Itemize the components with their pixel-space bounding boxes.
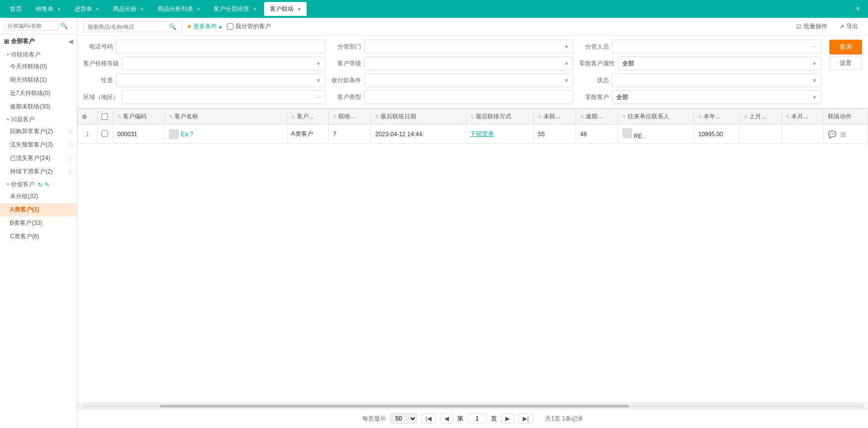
select-all-checkbox[interactable] [102, 113, 108, 120]
sidebar-search-area: 🔍 [0, 18, 77, 34]
sort-icon-2[interactable]: ⇅ [169, 114, 173, 119]
nav-home[interactable]: 首页 [4, 2, 28, 16]
nav-tab-sales[interactable]: 销售单 × [30, 2, 66, 16]
sort-icon-7[interactable]: ⇅ [538, 114, 542, 119]
customer-name[interactable]: Ea ? [181, 131, 193, 138]
close-all-button[interactable]: × [852, 2, 864, 15]
group-problem-label[interactable]: ▼ 问题客户 [0, 113, 77, 125]
prev-page-btn[interactable]: ◀ [440, 414, 453, 424]
group-value-label[interactable]: ▼ 价值客户 ↻ ✎ [0, 178, 77, 190]
sidebar-item-tomorrow[interactable]: 明天待联络(1) [0, 73, 77, 87]
filter-retail-attr: 零散客户属性 全部 ▼ [579, 56, 821, 70]
last-contact-method[interactable]: 下销货单 [470, 130, 494, 137]
filter-row-1: 电话号码 分管部门 ▼ 分管人员 [83, 40, 821, 54]
sort-icon-6[interactable]: ⇅ [470, 114, 474, 119]
query-button[interactable]: 查询 [829, 40, 862, 54]
next-page-btn[interactable]: ▶ [501, 414, 514, 424]
sort-icon-12[interactable]: ⇅ [786, 114, 790, 119]
sidebar-search-icon[interactable]: 🔍 [60, 22, 68, 29]
nav-tab-purchase[interactable]: 进货单 × [68, 2, 105, 16]
uncontacted-days: 55 [538, 131, 544, 138]
sort-icon[interactable]: ⇅ [117, 114, 121, 119]
filter-region: 区域（地区） ··· [83, 90, 326, 104]
nav-tab-customer-segment-close[interactable]: × [253, 6, 256, 12]
total-records: 共1页 1条记录 [545, 415, 583, 423]
retail-customer-dropdown-icon: ▼ [812, 95, 817, 100]
sidebar-item-declining[interactable]: 持续下滑客户(2) ⓘ [0, 165, 77, 178]
sort-icon-3[interactable]: ⇅ [291, 114, 295, 119]
refresh-icon[interactable]: ↻ [38, 181, 43, 188]
cell-actions: 💬 ⊞ [823, 125, 868, 144]
th-code: ⇅ 客户编码 [113, 109, 165, 125]
filter-payment-dropdown[interactable]: ▼ [364, 73, 574, 87]
filter-status-label: 状态 [579, 76, 609, 85]
sidebar-item-churned[interactable]: 已流失客户(24) ⓘ [0, 152, 77, 165]
filter-person-input[interactable]: ··· [612, 40, 821, 54]
horizontal-scrollbar[interactable] [77, 403, 868, 409]
gear-icon[interactable]: ⚙ [82, 113, 87, 120]
sidebar-search-input[interactable] [4, 21, 58, 31]
filter-dept: 分管部门 ▼ [331, 40, 574, 54]
qr-icon[interactable]: ⊞ [840, 130, 846, 138]
nav-tab-customer-contact[interactable]: 客户联络 × [264, 2, 307, 16]
edit-icon[interactable]: ✎ [45, 181, 50, 188]
sidebar-item-7days[interactable]: 近7天待联络(0) [0, 87, 77, 100]
sidebar-item-overdue[interactable]: 逾期未联络(30) [0, 100, 77, 113]
sidebar-item-abnormal[interactable]: 回购异常客户(2) ⓘ [0, 125, 77, 138]
sort-icon-8[interactable]: ⇅ [580, 114, 584, 119]
filter-nature-dropdown[interactable]: ▼ [116, 73, 326, 87]
filter-region-input[interactable]: ··· [122, 90, 326, 104]
th-action-label: 联络动作 [828, 112, 852, 121]
filter-retail-attr-dropdown[interactable]: 全部 ▼ [618, 56, 821, 70]
row-checkbox[interactable] [102, 130, 108, 137]
last-contact-date: 2023-04-12 14:44: [375, 131, 424, 138]
triangle-icon: ▼ [6, 53, 10, 57]
nav-tab-customer-segment[interactable]: 客户分层经营 × [208, 2, 262, 16]
filter-retail-customer-dropdown[interactable]: 全部 ▼ [612, 90, 821, 104]
filter-search-icon[interactable]: 🔍 [169, 23, 176, 30]
sidebar-item-b-class[interactable]: B类客户(33) [0, 216, 77, 230]
nav-tab-analysis-list[interactable]: 商品分析列表 × [152, 2, 206, 16]
batch-op-button[interactable]: ☑ 批量操作 [792, 21, 831, 32]
sidebar-item-unclassified[interactable]: 未分组(32) [0, 190, 77, 203]
filter-customer-type-input[interactable] [364, 90, 574, 104]
chat-icon[interactable]: 💬 [828, 130, 836, 138]
filter-search-input[interactable] [88, 24, 167, 30]
sort-icon-11[interactable]: ⇅ [744, 114, 748, 119]
group-pending-label[interactable]: ▼ 待联络客户 [0, 49, 77, 60]
page-size-select[interactable]: 50 100 200 [390, 413, 417, 424]
settings-button[interactable]: 设置 [829, 56, 862, 70]
sidebar-item-today[interactable]: 今天待联络(0) [0, 60, 77, 73]
nav-tab-purchase-close[interactable]: × [96, 6, 99, 12]
export-button[interactable]: ↗ 导出 [835, 21, 862, 32]
sidebar-collapse-icon[interactable]: ◀ [68, 38, 73, 45]
contact-count: 7 [333, 131, 336, 138]
filter-price-level-dropdown[interactable]: ▼ [122, 56, 326, 70]
filter-phone-input[interactable] [116, 40, 326, 54]
sort-icon-5[interactable]: ⇅ [375, 114, 379, 119]
sort-icon-9[interactable]: ⇅ [622, 114, 626, 119]
nav-tab-analysis[interactable]: 商品分析 × [107, 2, 150, 16]
filter-dept-dropdown[interactable]: ▼ [364, 40, 574, 54]
sort-icon-4[interactable]: ⇅ [333, 114, 337, 119]
nav-tab-analysis-close[interactable]: × [141, 6, 144, 12]
th-uncontacted-label: 未联... [543, 112, 560, 121]
filter-person-label: 分管人员 [579, 43, 609, 51]
filter-customer-level-dropdown[interactable]: ▼ [364, 56, 574, 70]
nav-tab-customer-contact-close[interactable]: × [298, 6, 301, 12]
first-page-btn[interactable]: |◀ [421, 414, 436, 424]
nav-tab-analysis-list-close[interactable]: × [197, 6, 200, 12]
my-customers-checkbox[interactable] [227, 23, 233, 30]
cell-contact-count: 7 [329, 125, 371, 144]
more-conditions-btn[interactable]: ▼ 更多条件 ▲ [186, 22, 223, 31]
all-customers-header[interactable]: ⊞ 全部客户 ◀ [0, 34, 77, 49]
sidebar-item-c-class[interactable]: C类客户(6) [0, 230, 77, 243]
filter-status-dropdown[interactable]: ▼ [612, 73, 821, 87]
sidebar-item-a-class[interactable]: A类客户(1) [0, 203, 77, 216]
current-page-input[interactable] [467, 414, 487, 424]
last-page-btn[interactable]: ▶| [518, 414, 533, 424]
sidebar-item-churn-warning[interactable]: 流失预警客户(3) ⓘ [0, 138, 77, 152]
filter-search-box[interactable]: 🔍 [83, 21, 182, 32]
nav-tab-sales-close[interactable]: × [57, 6, 60, 12]
sort-icon-10[interactable]: ⇅ [698, 114, 702, 119]
